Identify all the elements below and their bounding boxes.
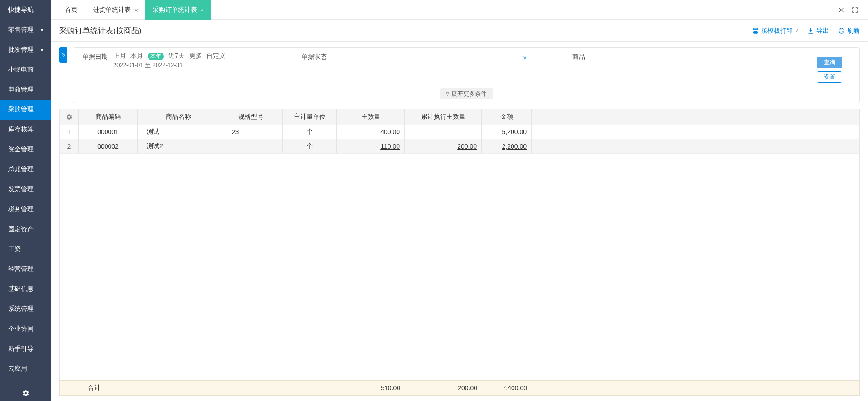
close-all-icon[interactable]: [836, 5, 846, 15]
row-qty[interactable]: 400.00: [337, 125, 405, 139]
sidebar-item-label: 发票管理: [8, 185, 34, 193]
total-label: 合计: [79, 381, 138, 395]
filter-product-block: 商品 ···: [572, 52, 799, 63]
chevron-right-icon: [61, 52, 66, 58]
date-label: 单据日期: [82, 52, 108, 61]
row-spec: 123: [219, 125, 283, 139]
tab-2[interactable]: 采购订单统计表×: [145, 0, 211, 20]
collapse-filter-button[interactable]: [59, 47, 67, 63]
sidebar-item-label: 工资: [8, 245, 21, 253]
expand-label: 展开更多条件: [451, 90, 487, 98]
table-row[interactable]: 2000002测试2个110.00200.002,200.00: [60, 139, 859, 154]
main-area: 首页进货单统计表×采购订单统计表× 采购订单统计表(按商品) 按模板打印 ∨ 导…: [51, 0, 868, 401]
more-icon: ···: [796, 53, 799, 61]
page-header: 采购订单统计表(按商品) 按模板打印 ∨ 导出 刷新: [51, 20, 868, 42]
tab-label: 采购订单统计表: [153, 6, 197, 14]
chevron-down-icon: ∨: [523, 54, 527, 61]
tab-label: 进货单统计表: [93, 6, 131, 14]
close-icon[interactable]: ×: [201, 7, 204, 14]
total-qty: 510.00: [337, 381, 405, 395]
sidebar-item-label: 采购管理: [8, 106, 34, 114]
col-code[interactable]: 商品编码: [79, 109, 138, 125]
date-option-3[interactable]: 近7天: [168, 52, 185, 60]
sidebar-item-11[interactable]: 固定资产: [0, 219, 51, 239]
printer-icon: [752, 27, 759, 34]
table-row[interactable]: 1000001测试123个400.005,200.00: [60, 125, 859, 139]
col-unit[interactable]: 主计量单位: [283, 109, 337, 125]
sidebar-item-15[interactable]: 系统管理: [0, 299, 51, 319]
tab-bar: 首页进货单统计表×采购订单统计表×: [51, 0, 868, 20]
chevron-down-icon: ∨: [795, 28, 798, 33]
date-option-5[interactable]: 自定义: [206, 52, 225, 60]
sidebar-item-14[interactable]: 基础信息: [0, 279, 51, 299]
sidebar-item-17[interactable]: 新手引导: [0, 339, 51, 359]
sidebar-item-16[interactable]: 企业协同: [0, 319, 51, 339]
sidebar-item-9[interactable]: 发票管理: [0, 179, 51, 199]
row-code: 000001: [79, 125, 138, 139]
col-name[interactable]: 商品名称: [138, 109, 219, 125]
col-exec[interactable]: 累计执行主数量: [405, 109, 482, 125]
row-spec: [219, 139, 283, 153]
sidebar-item-8[interactable]: 总账管理: [0, 159, 51, 179]
row-exec: [405, 125, 482, 139]
filter-date-block: 单据日期 上月本月本年近7天更多自定义 2022-01-01 至 2022-12…: [82, 52, 225, 69]
tab-label: 首页: [65, 6, 77, 14]
tab-1[interactable]: 进货单统计表×: [86, 0, 145, 20]
sidebar-item-label: 总账管理: [8, 165, 34, 174]
col-amount[interactable]: 金额: [482, 109, 532, 125]
sidebar-item-4[interactable]: 电商管理: [0, 80, 51, 100]
sidebar-item-7[interactable]: 资金管理: [0, 140, 51, 159]
sidebar-item-6[interactable]: 库存核算: [0, 120, 51, 140]
status-select[interactable]: ∨: [332, 52, 527, 63]
row-amount[interactable]: 2,200.00: [482, 139, 532, 153]
sidebar-item-10[interactable]: 税务管理: [0, 199, 51, 219]
sidebar-item-5[interactable]: 采购管理: [0, 100, 51, 120]
chevron-down-icon: ▾: [41, 48, 43, 53]
refresh-icon: [838, 27, 845, 34]
date-option-1[interactable]: 本月: [130, 52, 143, 60]
sidebar-item-1[interactable]: 零售管理▾: [0, 20, 51, 40]
sidebar-item-13[interactable]: 经营管理: [0, 259, 51, 279]
row-exec[interactable]: 200.00: [405, 139, 482, 153]
close-icon[interactable]: ×: [134, 7, 138, 14]
row-index: 1: [60, 125, 79, 139]
sidebar-item-label: 经营管理: [8, 265, 34, 273]
print-template-button[interactable]: 按模板打印 ∨: [752, 27, 798, 35]
row-empty: [532, 125, 859, 139]
sidebar-item-12[interactable]: 工资: [0, 239, 51, 259]
table-footer: 合计 510.00 200.00 7,400.00: [59, 380, 860, 396]
expand-conditions-button[interactable]: ▽ 展开更多条件: [440, 88, 493, 99]
total-amount: 7,400.00: [482, 381, 532, 395]
sidebar-item-label: 资金管理: [8, 145, 34, 154]
date-option-2[interactable]: 本年: [148, 53, 164, 60]
column-settings-button[interactable]: [60, 109, 79, 125]
export-button[interactable]: 导出: [807, 27, 829, 35]
col-qty[interactable]: 主数量: [337, 109, 405, 125]
chevron-down-icon: ▾: [41, 28, 43, 33]
sidebar-item-18[interactable]: 云应用: [0, 359, 51, 379]
date-option-4[interactable]: 更多: [189, 52, 202, 60]
row-qty[interactable]: 110.00: [337, 139, 405, 153]
row-amount[interactable]: 5,200.00: [482, 125, 532, 139]
filter-settings-button[interactable]: 设置: [817, 71, 842, 83]
sidebar-item-label: 新手引导: [8, 345, 34, 353]
sidebar-item-label: 基础信息: [8, 285, 34, 293]
fullscreen-icon[interactable]: [850, 5, 860, 15]
col-spec[interactable]: 规格型号: [219, 109, 283, 125]
date-option-0[interactable]: 上月: [113, 52, 126, 60]
date-range-text: 2022-01-01 至 2022-12-31: [113, 61, 225, 69]
tab-0[interactable]: 首页: [57, 0, 86, 20]
sidebar: 快捷导航零售管理▾批发管理▾小畅电商电商管理采购管理库存核算资金管理总账管理发票…: [0, 0, 51, 401]
sidebar-settings[interactable]: [0, 385, 51, 401]
product-select[interactable]: ···: [590, 52, 799, 63]
query-button[interactable]: 查询: [817, 57, 842, 68]
row-index: 2: [60, 139, 79, 153]
refresh-button[interactable]: 刷新: [838, 27, 860, 35]
filter-area: 单据日期 上月本月本年近7天更多自定义 2022-01-01 至 2022-12…: [51, 42, 868, 103]
sidebar-item-2[interactable]: 批发管理▾: [0, 40, 51, 60]
sidebar-item-label: 企业协同: [8, 325, 34, 333]
sidebar-item-label: 库存核算: [8, 126, 34, 134]
sidebar-item-3[interactable]: 小畅电商: [0, 60, 51, 80]
sidebar-item-0[interactable]: 快捷导航: [0, 0, 51, 20]
status-label: 单据状态: [302, 52, 327, 61]
